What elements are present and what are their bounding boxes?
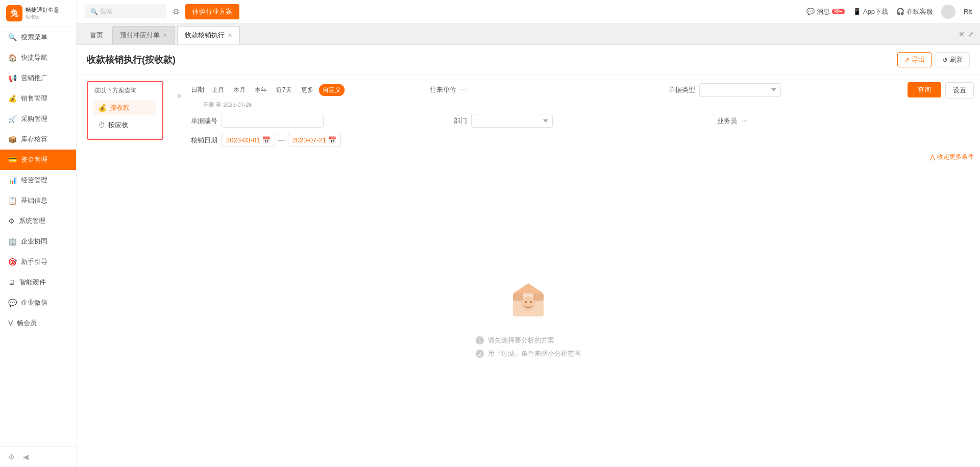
filter-row-1: 日期 上月 本月 本年 近7天 更多 自定义 往来单位 ··· <box>191 81 974 99</box>
counterpart-dots: ··· <box>460 85 467 94</box>
tab-receipt-verify-close[interactable]: ✕ <box>228 32 232 39</box>
svg-point-5 <box>525 301 527 303</box>
date-separator: — <box>278 136 285 144</box>
refresh-button[interactable]: ↺ 刷新 <box>936 52 970 67</box>
sidebar-item-search[interactable]: 🔍 搜索菜单 <box>0 27 76 47</box>
tabbar-actions: ✕ ⤢ <box>959 30 974 38</box>
sidebar-item-system[interactable]: ⚙ 系统管理 <box>0 211 76 231</box>
content-area: 收款核销执行(按收款) ↗ 导出 ↺ 刷新 按以下方案查询 💰 <box>77 45 980 467</box>
sidebar-item-inventory[interactable]: 📦 库存核算 <box>0 129 76 150</box>
filter-more-row: ⋀ 收起更多条件 <box>191 153 974 166</box>
sidebar-bottom: ⚙ ◀ <box>0 446 76 467</box>
counterpart-field: 往来单位 ··· <box>430 85 663 94</box>
option-label: 按收款 <box>110 103 130 112</box>
hint-item-2: 2 用「过滤」条件来缩小分析范围 <box>476 347 581 360</box>
topbar-right: 💬 消息 99+ 📱 App下载 🎧 在线客服 Rit <box>806 5 972 19</box>
hint-text-1: 请先选择要分析的方案 <box>488 334 554 347</box>
date-buttons: 上月 本月 本年 近7天 更多 自定义 <box>208 84 345 96</box>
export-button[interactable]: ↗ 导出 <box>897 52 932 67</box>
logo-icon: 兔 <box>6 5 22 21</box>
sidebar: 兔 畅捷通好生意 标准版 🔍 搜索菜单 🏠 快捷导航 📢 营销推广 💰 销售管理… <box>0 0 77 467</box>
sales-icon: 💰 <box>8 94 17 103</box>
collapse-sidebar-icon[interactable]: ◀ <box>23 453 29 461</box>
solution-button[interactable]: 体验行业方案 <box>185 4 239 19</box>
verify-date-end[interactable]: 2023-07-21 📅 <box>288 134 341 146</box>
collapse-more-button[interactable]: ⋀ 收起更多条件 <box>930 153 974 161</box>
date-btn-7days[interactable]: 近7天 <box>273 84 296 96</box>
sidebar-item-label: 采购管理 <box>21 114 47 124</box>
date-field: 日期 上月 本月 本年 近7天 更多 自定义 <box>191 84 424 96</box>
gear-icon[interactable]: ⚙ <box>173 7 179 16</box>
date-label: 日期 <box>191 85 204 94</box>
app-logo: 兔 畅捷通好生意 标准版 <box>0 0 76 27</box>
tab-home[interactable]: 首页 <box>83 27 110 44</box>
app-badge: 标准版 <box>26 14 59 20</box>
sidebar-item-hardware[interactable]: 🖥 智能硬件 <box>0 272 76 292</box>
staff-field: 业务员 ··· <box>717 116 974 126</box>
bill-no-field: 单据编号 <box>191 114 448 128</box>
sidebar-item-basic[interactable]: 📋 基础信息 <box>0 190 76 211</box>
sidebar-item-quick-nav[interactable]: 🏠 快捷导航 <box>0 47 76 68</box>
date-btn-custom[interactable]: 自定义 <box>319 84 345 96</box>
sidebar-item-label: 企业协同 <box>21 237 47 246</box>
expand-tab-button[interactable]: ⤢ <box>968 30 974 38</box>
sidebar-item-member[interactable]: V 畅会员 <box>0 313 76 333</box>
filter-row-3: 核销日期 2023-03-01 📅 — 2023-07-21 📅 <box>191 134 974 146</box>
online-service-button[interactable]: 🎧 在线客服 <box>896 7 933 16</box>
filter-collapse-button[interactable]: » <box>174 90 185 101</box>
bill-type-label: 单据类型 <box>669 85 695 94</box>
basic-icon: 📋 <box>8 196 17 205</box>
tab-prepay-label: 预付冲应付单 <box>120 31 160 40</box>
tab-prepay[interactable]: 预付冲应付单 ✕ <box>112 26 175 44</box>
sidebar-item-operation[interactable]: 📊 经营管理 <box>0 170 76 190</box>
sidebar-item-wechat[interactable]: 💬 企业微信 <box>0 292 76 313</box>
receivable-icon: ⏱ <box>98 121 105 129</box>
avatar[interactable] <box>941 5 955 19</box>
calendar-end-icon: 📅 <box>328 136 336 144</box>
filter-actions: 查询 设置 <box>908 81 974 99</box>
tab-receipt-verify[interactable]: 收款核销执行 ✕ <box>177 26 240 44</box>
tabbar: 首页 预付冲应付单 ✕ 收款核销执行 ✕ ✕ ⤢ <box>77 23 980 45</box>
sidebar-item-guide[interactable]: 🎯 新手引导 <box>0 252 76 272</box>
topbar-search[interactable]: 🔍 搜索 <box>85 5 166 18</box>
bill-no-input[interactable] <box>222 114 324 128</box>
date-btn-this-year[interactable]: 本年 <box>251 84 271 96</box>
empty-hints: 1 请先选择要分析的方案 2 用「过滤」条件来缩小分析范围 <box>476 334 581 360</box>
sidebar-item-purchase[interactable]: 🛒 采购管理 <box>0 109 76 129</box>
sidebar-item-label: 基础信息 <box>21 196 47 205</box>
sidebar-item-label: 资金管理 <box>21 155 47 164</box>
guide-icon: 🎯 <box>8 258 17 266</box>
filter-row-2: 单据编号 部门 业务员 ··· <box>191 114 974 128</box>
date-btn-more[interactable]: 更多 <box>298 84 317 96</box>
sidebar-item-sales[interactable]: 💰 销售管理 <box>0 88 76 109</box>
date-btn-last-month[interactable]: 上月 <box>208 84 228 96</box>
settings-bottom-icon[interactable]: ⚙ <box>8 453 15 461</box>
page-title: 收款核销执行(按收款) <box>87 54 176 73</box>
sidebar-item-enterprise[interactable]: 🏢 企业协同 <box>0 231 76 252</box>
svg-point-4 <box>521 297 535 311</box>
date-btn-this-month[interactable]: 本月 <box>230 84 249 96</box>
query-button[interactable]: 查询 <box>908 82 941 97</box>
sidebar-item-finance[interactable]: 💳 资金管理 <box>0 150 76 170</box>
dept-select[interactable] <box>471 114 553 128</box>
empty-svg <box>498 273 559 324</box>
close-tab-button[interactable]: ✕ <box>959 30 965 38</box>
verify-date-start[interactable]: 2023-03-01 📅 <box>222 134 275 146</box>
filter-option-by-receivable[interactable]: ⏱ 按应收 <box>94 117 156 133</box>
filter-option-by-receipt[interactable]: 💰 按收款 <box>94 100 156 115</box>
message-button[interactable]: 💬 消息 99+ <box>806 7 845 16</box>
verify-end-value: 2023-07-21 <box>292 136 327 144</box>
page-header-actions: ↗ 导出 ↺ 刷新 <box>897 52 970 75</box>
settings-button[interactable]: 设置 <box>945 82 974 99</box>
hint-num-1: 1 <box>476 336 484 345</box>
bill-type-select[interactable] <box>699 83 781 97</box>
app-download-button[interactable]: 📱 App下载 <box>853 7 888 16</box>
verify-date-field: 核销日期 2023-03-01 📅 — 2023-07-21 📅 <box>191 134 974 146</box>
counterpart-label: 往来单位 <box>430 85 456 94</box>
enterprise-icon: 🏢 <box>8 237 17 245</box>
sidebar-item-marketing[interactable]: 📢 营销推广 <box>0 68 76 88</box>
verify-date-range: 2023-03-01 📅 — 2023-07-21 📅 <box>222 134 341 146</box>
verify-start-value: 2023-03-01 <box>226 136 260 144</box>
bill-no-label: 单据编号 <box>191 116 217 126</box>
tab-prepay-close[interactable]: ✕ <box>163 32 167 39</box>
